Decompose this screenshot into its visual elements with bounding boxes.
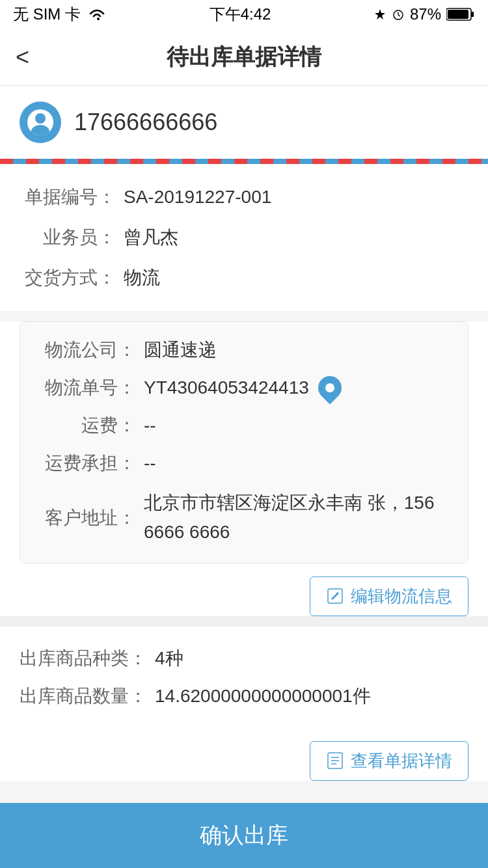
product-type-label: 出库商品种类： bbox=[20, 646, 155, 671]
freight-value: -- bbox=[144, 415, 448, 436]
battery-text: 87% bbox=[410, 5, 441, 23]
freight-label: 运费： bbox=[40, 413, 144, 438]
address-label: 客户地址： bbox=[40, 506, 144, 530]
page-title: 待出库单据详情 bbox=[167, 42, 321, 72]
status-left: 无 SIM 卡 bbox=[13, 4, 107, 25]
edit-button-label: 编辑物流信息 bbox=[351, 585, 452, 608]
logistics-tracking-label: 物流单号： bbox=[40, 375, 144, 400]
dashed-separator bbox=[0, 159, 488, 164]
logistics-tracking-value: YT43064053424413 bbox=[144, 376, 448, 400]
view-button-label: 查看单据详情 bbox=[351, 750, 452, 772]
product-quantity-value: 14.62000000000000001件 bbox=[155, 684, 468, 709]
product-type-value: 4种 bbox=[155, 646, 468, 671]
salesperson-row: 业务员： 曾凡杰 bbox=[20, 224, 468, 251]
document-info-section: 单据编号： SA-20191227-001 业务员： 曾凡杰 交货方式： 物流 bbox=[0, 164, 488, 311]
product-quantity-row: 出库商品数量： 14.62000000000000001件 bbox=[20, 684, 468, 709]
svg-rect-4 bbox=[471, 12, 474, 17]
view-button-row: 查看单据详情 bbox=[0, 728, 488, 781]
alarm-icon bbox=[392, 8, 405, 21]
status-bar: 无 SIM 卡 下午4:42 87% bbox=[0, 0, 488, 29]
confirm-bar[interactable]: 确认出库 bbox=[0, 803, 488, 868]
logistics-tracking-row: 物流单号： YT43064053424413 bbox=[40, 375, 448, 400]
main-content: 17666666666 单据编号： SA-20191227-001 业务员： 曾… bbox=[0, 86, 488, 859]
product-type-row: 出库商品种类： 4种 bbox=[20, 646, 468, 671]
freight-bear-row: 运费承担： -- bbox=[40, 451, 448, 476]
logistics-card: 物流公司： 圆通速递 物流单号： YT43064053424413 运费： --… bbox=[20, 321, 468, 563]
product-section: 出库商品种类： 4种 出库商品数量： 14.62000000000000001件 bbox=[0, 627, 488, 728]
edit-icon bbox=[326, 587, 344, 605]
logistics-company-label: 物流公司： bbox=[40, 338, 144, 362]
document-number-value: SA-20191227-001 bbox=[124, 183, 468, 211]
nav-bar: < 待出库单据详情 bbox=[0, 29, 488, 86]
address-value: 北京市市辖区海淀区永丰南 张，156 6666 6666 bbox=[144, 489, 448, 547]
confirm-button-label: 确认出库 bbox=[200, 821, 288, 850]
logistics-company-row: 物流公司： 圆通速递 bbox=[40, 338, 448, 362]
address-row: 客户地址： 北京市市辖区海淀区永丰南 张，156 6666 6666 bbox=[40, 489, 448, 547]
salesperson-value: 曾凡杰 bbox=[124, 224, 468, 251]
section-divider bbox=[0, 616, 488, 627]
delivery-value: 物流 bbox=[124, 264, 468, 292]
avatar-icon bbox=[27, 109, 53, 135]
document-number-row: 单据编号： SA-20191227-001 bbox=[20, 183, 468, 211]
delivery-label: 交货方式： bbox=[20, 264, 124, 292]
salesperson-label: 业务员： bbox=[20, 224, 124, 251]
time-display: 下午4:42 bbox=[210, 4, 271, 25]
document-icon bbox=[326, 752, 344, 770]
edit-logistics-button[interactable]: 编辑物流信息 bbox=[310, 576, 468, 616]
logistics-company-value: 圆通速递 bbox=[144, 338, 448, 362]
freight-bear-value: -- bbox=[144, 453, 448, 474]
freight-bear-label: 运费承担： bbox=[40, 451, 144, 476]
customer-section: 17666666666 bbox=[0, 86, 488, 159]
freight-row: 运费： -- bbox=[40, 413, 448, 438]
document-number-label: 单据编号： bbox=[20, 183, 124, 211]
product-quantity-label: 出库商品数量： bbox=[20, 684, 155, 709]
svg-rect-5 bbox=[448, 10, 468, 19]
delivery-row: 交货方式： 物流 bbox=[20, 264, 468, 292]
svg-line-2 bbox=[398, 15, 400, 16]
location-service-icon bbox=[373, 8, 386, 21]
battery-icon bbox=[446, 7, 475, 21]
wifi-icon bbox=[87, 7, 107, 21]
avatar bbox=[20, 102, 61, 143]
edit-button-row: 编辑物流信息 bbox=[0, 563, 488, 616]
tracking-location-icon[interactable] bbox=[313, 372, 346, 405]
view-details-button[interactable]: 查看单据详情 bbox=[310, 741, 468, 781]
status-right: 87% bbox=[373, 5, 475, 23]
back-button[interactable]: < bbox=[16, 44, 29, 71]
carrier-text: 无 SIM 卡 bbox=[13, 4, 81, 25]
customer-phone: 17666666666 bbox=[74, 109, 217, 136]
